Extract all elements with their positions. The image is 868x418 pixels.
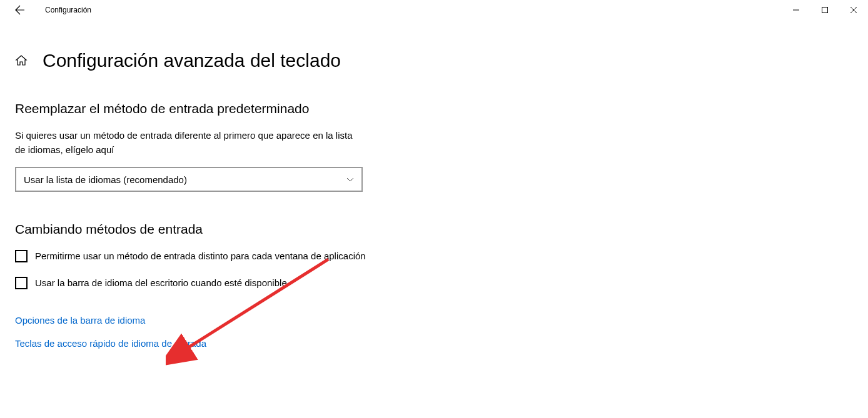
checkbox-row-language-bar: Usar la barra de idioma del escritorio c…	[15, 276, 378, 291]
maximize-button[interactable]	[810, 0, 839, 20]
home-icon[interactable]	[15, 54, 28, 67]
close-icon	[850, 7, 857, 13]
close-button[interactable]	[839, 0, 868, 20]
page-header: Configuración avanzada del teclado	[15, 50, 853, 71]
content-area: Configuración avanzada del teclado Reemp…	[0, 20, 868, 349]
minimize-icon	[793, 7, 799, 13]
section-heading-input-method: Reemplazar el método de entrada predeter…	[15, 101, 853, 116]
checkbox-language-bar[interactable]	[15, 277, 28, 289]
app-title: Configuración	[45, 6, 91, 14]
chevron-down-icon	[346, 176, 354, 183]
back-button[interactable]	[10, 0, 30, 20]
page-title: Configuración avanzada del teclado	[43, 50, 341, 71]
link-language-bar-options[interactable]: Opciones de la barra de idioma	[15, 315, 853, 326]
svg-rect-0	[822, 7, 828, 13]
input-method-dropdown[interactable]: Usar la lista de idiomas (recomendado)	[15, 167, 363, 192]
window-controls	[782, 0, 868, 20]
arrow-left-icon	[15, 5, 25, 15]
link-input-language-hotkeys[interactable]: Teclas de acceso rápido de idioma de ent…	[15, 338, 853, 349]
section-heading-switching: Cambiando métodos de entrada	[15, 222, 853, 237]
titlebar: Configuración	[0, 0, 868, 20]
section-description: Si quieres usar un método de entrada dif…	[15, 129, 365, 157]
checkbox-label: Usar la barra de idioma del escritorio c…	[35, 276, 287, 291]
maximize-icon	[822, 7, 828, 13]
minimize-button[interactable]	[782, 0, 810, 20]
dropdown-value: Usar la lista de idiomas (recomendado)	[24, 174, 187, 185]
checkbox-row-per-window: Permitirme usar un método de entrada dis…	[15, 249, 378, 264]
checkbox-label: Permitirme usar un método de entrada dis…	[35, 249, 366, 264]
checkbox-per-window[interactable]	[15, 250, 28, 262]
